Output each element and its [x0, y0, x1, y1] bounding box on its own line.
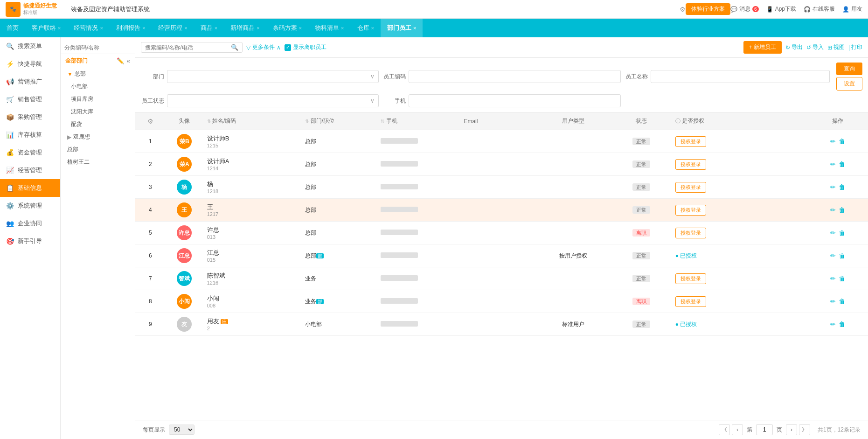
tab-barcode[interactable]: 条码方案 × [266, 19, 308, 37]
col-header-settings[interactable]: ⚙ [135, 112, 166, 130]
phone-input[interactable] [409, 94, 620, 107]
resigned-checkbox[interactable]: ✓ [285, 44, 291, 51]
dept-item-xiaodibu[interactable]: 小电部 [61, 80, 135, 93]
edit-button[interactable]: ✏ [830, 183, 836, 191]
settings-button[interactable]: 设置 [836, 77, 862, 91]
edit-button[interactable]: ✏ [830, 229, 836, 237]
more-conditions-btn[interactable]: ▽ 更多条件 ∧ [246, 43, 281, 51]
dept-item-zhishu[interactable]: 植树王二 [61, 156, 135, 168]
tab-bom[interactable]: 物料清单 × [308, 19, 350, 37]
app-download-btn[interactable]: 📱 App下载 [766, 5, 796, 13]
delete-button[interactable]: 🗑 [839, 183, 845, 191]
close-icon[interactable]: × [299, 25, 302, 31]
tab-warehouse[interactable]: 仓库 × [351, 19, 381, 37]
query-button[interactable]: 查询 [836, 63, 862, 75]
close-icon[interactable]: × [371, 25, 374, 31]
tab-product[interactable]: 商品 × [194, 19, 224, 37]
next-page-button[interactable]: › [786, 424, 797, 435]
sidebar-item-marketing[interactable]: 📢 营销推广 [0, 73, 60, 91]
emp-name-input[interactable] [651, 70, 830, 83]
sidebar-item-inventory[interactable]: 📊 库存核算 [0, 126, 60, 144]
sidebar-item-guide[interactable]: 🎯 新手引导 [0, 232, 60, 250]
col-header-dept[interactable]: ⇅ 部门/职位 [301, 112, 377, 130]
dept-item-zongbu[interactable]: 总部 [61, 143, 135, 156]
sidebar-item-collab[interactable]: 👥 企业协同 [0, 215, 60, 232]
page-size-select[interactable]: 50 20 100 [169, 425, 194, 435]
dept-item-peihuo[interactable]: 配货 [61, 118, 135, 131]
status-select[interactable]: ∨ [167, 94, 379, 107]
delete-button[interactable]: 🗑 [839, 321, 845, 328]
search-submit-icon[interactable]: 🔍 [231, 44, 238, 51]
trial-button[interactable]: 体验行业方案 [686, 3, 730, 15]
delete-button[interactable]: 🗑 [839, 160, 845, 168]
auth-button[interactable]: 授权登录 [675, 159, 706, 170]
import-button[interactable]: ↺ 导入 [806, 43, 824, 51]
dept-search-input[interactable] [64, 44, 134, 51]
export-button[interactable]: ↻ 导出 [785, 43, 803, 51]
dept-item-shuanglu[interactable]: ▶ 双鹿想 [61, 131, 135, 143]
tab-new-product[interactable]: 新增商品 × [224, 19, 266, 37]
delete-button[interactable]: 🗑 [839, 138, 845, 145]
tab-department[interactable]: 部门员工 × [381, 19, 423, 37]
edit-button[interactable]: ✏ [830, 206, 836, 214]
auth-button[interactable]: 授权登录 [675, 228, 706, 238]
close-icon[interactable]: × [413, 25, 416, 31]
edit-button[interactable]: ✏ [830, 138, 836, 145]
tab-home[interactable]: 首页 [0, 19, 25, 37]
dept-item-project[interactable]: 项目库房 [61, 93, 135, 105]
edit-button[interactable]: ✏ [830, 275, 836, 282]
delete-button[interactable]: 🗑 [839, 298, 845, 305]
close-icon[interactable]: × [184, 25, 187, 31]
sidebar-item-search[interactable]: 🔍 搜索菜单 [0, 37, 60, 55]
prev-page-button[interactable]: ‹ [732, 424, 743, 435]
tab-history[interactable]: 经营历程 × [152, 19, 194, 37]
online-service-btn[interactable]: 🎧 在线客服 [804, 5, 835, 13]
edit-dept-icon[interactable]: ✏️ [117, 57, 124, 64]
sidebar-item-nav[interactable]: ⚡ 快捷导航 [0, 55, 60, 73]
page-number-input[interactable] [756, 424, 773, 435]
close-icon[interactable]: × [215, 25, 217, 31]
last-page-button[interactable]: 》 [799, 424, 810, 435]
sidebar-item-purchase[interactable]: 📦 采购管理 [0, 108, 60, 126]
view-button[interactable]: ⊞ 视图 [827, 43, 845, 51]
sidebar-item-finance[interactable]: 💰 资金管理 [0, 144, 60, 161]
gear-icon[interactable]: ⚙ [680, 6, 686, 13]
tab-operation[interactable]: 经营情况 × [67, 19, 109, 37]
col-header-phone[interactable]: ⇅ 手机 [377, 112, 460, 130]
close-icon[interactable]: × [142, 25, 145, 31]
edit-button[interactable]: ✏ [830, 160, 836, 168]
emp-code-input[interactable] [409, 70, 620, 83]
col-header-name[interactable]: ⇅ 姓名/编码 [203, 112, 302, 130]
edit-button[interactable]: ✏ [830, 298, 836, 305]
close-icon[interactable]: × [58, 25, 61, 31]
delete-button[interactable]: 🗑 [839, 229, 845, 237]
table-settings-icon[interactable]: ⚙ [147, 118, 153, 125]
auth-button[interactable]: 授权登录 [675, 182, 706, 193]
dept-select[interactable]: ∨ [167, 70, 379, 83]
dept-item-shenyang[interactable]: 沈阳大库 [61, 105, 135, 118]
collapse-icon[interactable]: « [127, 57, 130, 64]
message-btn[interactable]: 💬 消息 6 [730, 5, 759, 13]
print-button[interactable]: | 打印 [848, 43, 862, 51]
auth-button[interactable]: 授权登录 [675, 205, 706, 216]
delete-button[interactable]: 🗑 [839, 206, 845, 214]
sidebar-item-basic[interactable]: 📋 基础信息 [0, 179, 60, 197]
edit-button[interactable]: ✏ [830, 321, 836, 328]
auth-button[interactable]: 授权登录 [675, 136, 706, 147]
search-input[interactable] [145, 44, 229, 51]
user-btn[interactable]: 👤 用友 [842, 5, 862, 13]
first-page-button[interactable]: 《 [719, 424, 730, 435]
tab-customer[interactable]: 客户联络 × [25, 19, 67, 37]
tab-profit[interactable]: 利润报告 × [110, 19, 152, 37]
sidebar-item-management[interactable]: 📈 经营管理 [0, 161, 60, 179]
dept-item-headquarters[interactable]: ▼ 总部 [61, 68, 135, 80]
close-icon[interactable]: × [100, 25, 103, 31]
auth-button[interactable]: 授权登录 [675, 273, 706, 284]
show-resigned-toggle[interactable]: ✓ 显示离职员工 [285, 43, 326, 51]
delete-button[interactable]: 🗑 [839, 252, 845, 259]
close-icon[interactable]: × [341, 25, 344, 31]
close-icon[interactable]: × [257, 25, 259, 31]
edit-button[interactable]: ✏ [830, 252, 836, 259]
delete-button[interactable]: 🗑 [839, 275, 845, 282]
add-employee-button[interactable]: + 新增员工 [743, 41, 782, 54]
